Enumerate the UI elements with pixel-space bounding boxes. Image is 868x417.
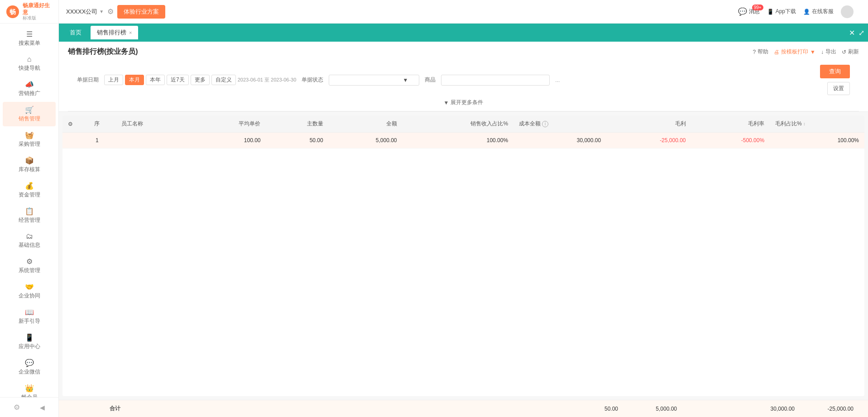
th-avg-price: 平均单价 — [191, 115, 266, 133]
sidebar-item-finance[interactable]: 💰 资金管理 — [3, 178, 56, 202]
sidebar-item-enterprise[interactable]: 🤝 企业协同 — [3, 279, 56, 303]
sidebar-item-marketing[interactable]: 📣 营销推广 — [3, 77, 56, 101]
member-icon: 👑 — [25, 384, 34, 393]
th-cost: 成本全额 i — [513, 115, 606, 133]
message-icon: 💬 — [738, 7, 747, 16]
sidebar-item-quick-nav[interactable]: ⌂ 快捷导航 — [3, 52, 56, 76]
page-title: 销售排行榜(按业务员) — [68, 47, 138, 57]
export-btn[interactable]: ↓ 导出 — [821, 48, 836, 56]
print-icon: 🖨 — [774, 49, 779, 55]
company-selector[interactable]: XXXXX公司 ▼ — [66, 8, 104, 16]
tab-close-window-btn[interactable]: ✕ — [849, 29, 855, 37]
row-gross: -25,000.00 — [606, 133, 691, 149]
help-btn[interactable]: ? 帮助 — [753, 48, 768, 56]
svg-text:畅: 畅 — [10, 8, 16, 15]
message-area[interactable]: 💬 消息 99+ — [738, 7, 760, 16]
online-service-btn[interactable]: 👤 在线客服 — [803, 8, 834, 15]
date-custom-btn[interactable]: 自定义 — [211, 75, 236, 85]
th-rank: 序 — [78, 115, 116, 133]
page-header: 销售排行榜(按业务员) ? 帮助 🖨 按模板打印 ▼ ↓ 导出 — [59, 42, 868, 112]
trial-button[interactable]: 体验行业方案 — [117, 5, 165, 19]
search-menu-icon: ☰ — [26, 30, 33, 38]
expand-icon: ▼ — [444, 100, 449, 106]
topbar-settings-icon[interactable]: ⚙ — [107, 7, 114, 16]
sidebar-item-inventory[interactable]: 📦 库存核算 — [3, 153, 56, 177]
logo-icon: 畅 — [5, 5, 20, 19]
row-avg-price: 100.00 — [191, 133, 266, 149]
sidebar-bottom: ⚙ ◀ — [0, 397, 58, 417]
sidebar-item-system[interactable]: ⚙ 系统管理 — [3, 254, 56, 278]
th-amount: 全额 — [329, 115, 403, 133]
date-filter-group: 上月 本月 本年 近7天 更多 自定义 2023-06-01 至 2023-06… — [104, 75, 296, 85]
sidebar-item-operations[interactable]: 📋 经营管理 — [3, 203, 56, 228]
query-button[interactable]: 查询 — [820, 65, 850, 78]
row-gross-rate: -500.00% — [691, 133, 770, 149]
cost-info-icon[interactable]: i — [542, 121, 548, 127]
sidebar-item-label: 资金管理 — [19, 191, 40, 199]
date-7days-btn[interactable]: 近7天 — [167, 75, 189, 85]
date-current-month-btn[interactable]: 本月 — [125, 75, 144, 85]
tab-bar-right: ✕ ⤢ — [849, 29, 864, 37]
sidebar-item-sales[interactable]: 🛒 销售管理 — [3, 102, 56, 126]
tab-close-icon[interactable]: × — [129, 30, 132, 35]
guide-icon: 📖 — [25, 308, 34, 316]
wechat-icon: 💬 — [25, 359, 34, 367]
ranking-table: ⚙ 序 员工名称 平均单价 主数量 全额 销售收入占比% 成本全额 i — [62, 115, 864, 149]
sidebar-settings-icon[interactable]: ⚙ — [14, 403, 20, 412]
sidebar-item-label: 企业协同 — [19, 292, 40, 300]
date-label: 单据日期 — [77, 76, 99, 84]
tab-bar: 首页 销售排行榜 × ✕ ⤢ — [59, 24, 868, 42]
tab-label: 销售排行榜 — [97, 29, 126, 37]
filter-settings-btn[interactable]: 设置 — [827, 82, 850, 95]
goods-input[interactable] — [441, 75, 550, 86]
sidebar-item-app-center[interactable]: 📱 应用中心 — [3, 330, 56, 354]
sidebar-item-basic-info[interactable]: 🗂 基础信息 — [3, 229, 56, 253]
date-year-btn[interactable]: 本年 — [146, 75, 165, 85]
app-center-icon: 📱 — [25, 333, 34, 342]
th-gross-rate: 毛利率 — [691, 115, 770, 133]
operations-icon: 📋 — [25, 207, 34, 216]
th-col-settings[interactable]: ⚙ — [62, 115, 78, 133]
enterprise-icon: 🤝 — [25, 283, 34, 291]
user-avatar[interactable] — [841, 5, 854, 18]
logo-main-text: 畅康通好生意 — [23, 2, 53, 15]
sidebar-item-label: 搜索菜单 — [19, 39, 40, 47]
footer-cost: 30,000.00 — [741, 406, 800, 412]
sidebar-item-member[interactable]: 👑 畅会员 — [3, 380, 56, 397]
message-badge: 99+ — [752, 5, 763, 10]
row-sales-pct: 100.00% — [403, 133, 514, 149]
sidebar-collapse-icon[interactable]: ◀ — [40, 404, 45, 411]
basic-info-icon: 🗂 — [26, 232, 33, 240]
chevron-down-icon: ▼ — [99, 9, 104, 14]
tab-maximize-btn[interactable]: ⤢ — [858, 29, 864, 37]
tab-sales-ranking[interactable]: 销售排行榜 × — [91, 26, 138, 39]
status-select[interactable]: ▼ — [329, 75, 419, 86]
query-section: 查询 设置 — [820, 65, 850, 95]
th-employee-name: 员工名称 — [116, 115, 191, 133]
app-download-btn[interactable]: 📱 App下载 — [767, 8, 796, 15]
refresh-btn[interactable]: ↺ 刷新 — [842, 48, 859, 56]
sidebar-item-guide[interactable]: 📖 新手引导 — [3, 304, 56, 329]
th-gross: 毛利 — [606, 115, 691, 133]
expand-conditions-btn[interactable]: ▼ 展开更多条件 — [444, 99, 484, 106]
logo-area: 畅 畅康通好生意 标准版 — [0, 0, 58, 24]
date-more-btn[interactable]: 更多 — [191, 75, 210, 85]
table-row: 1 100.00 50.00 5,000.00 100.00% 30,000.0… — [62, 133, 864, 149]
help-icon: ? — [753, 49, 756, 55]
date-prev-month-btn[interactable]: 上月 — [104, 75, 123, 85]
sidebar-item-purchase[interactable]: 🧺 采购管理 — [3, 127, 56, 152]
tab-home[interactable]: 首页 — [62, 25, 89, 40]
status-select-arrow: ▼ — [403, 77, 408, 83]
header-actions: ? 帮助 🖨 按模板打印 ▼ ↓ 导出 ↺ 刷新 — [753, 48, 859, 56]
sales-icon: 🛒 — [25, 105, 34, 114]
gross-pct-sort-icon[interactable]: ↕ — [803, 121, 806, 126]
sidebar-item-search[interactable]: ☰ 搜索菜单 — [3, 26, 56, 51]
goods-more-btn[interactable]: ... — [555, 77, 560, 83]
status-label: 单据状态 — [302, 76, 323, 84]
template-print-btn[interactable]: 🖨 按模板打印 ▼ — [774, 48, 815, 56]
sidebar-item-wechat[interactable]: 💬 企业微信 — [3, 355, 56, 379]
row-gross-pct: 100.00% — [770, 133, 864, 149]
footer-main-qty: 50.00 — [569, 406, 623, 412]
th-gross-pct: 毛利占比% ↕ — [770, 115, 864, 133]
col-settings-icon: ⚙ — [68, 121, 73, 127]
